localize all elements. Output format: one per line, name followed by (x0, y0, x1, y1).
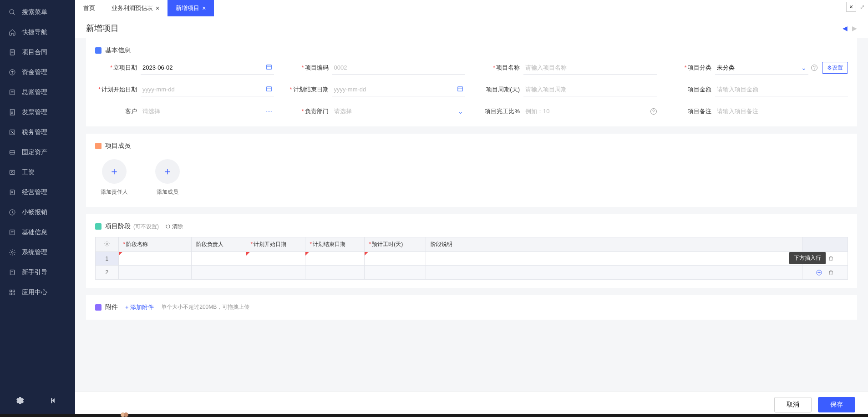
collapse-icon[interactable] (50, 397, 59, 406)
sidebar-search[interactable]: 搜索菜单 (0, 2, 75, 22)
table-row[interactable]: 1 (96, 252, 848, 266)
tooltip: 下方插入行 (789, 252, 826, 264)
sidebar-assets[interactable]: 固定资产 (0, 142, 75, 162)
sidebar-funds[interactable]: 资金管理 (0, 62, 75, 82)
insert-row-icon[interactable] (816, 269, 822, 276)
sidebar-ledger[interactable]: 总账管理 (0, 82, 75, 102)
sidebar-item-label: 基础信息 (22, 228, 47, 236)
ledger-icon (8, 88, 16, 96)
section-icon (95, 304, 102, 311)
sidebar-item-label: 税务管理 (22, 128, 47, 136)
window-close-icon[interactable]: × (846, 2, 856, 12)
remark-input[interactable] (715, 105, 848, 118)
phase-table: *阶段名称 阶段负责人 *计划开始日期 *计划结束日期 *预计工时(天) 阶段说… (96, 237, 848, 279)
operation-icon (8, 188, 16, 196)
sidebar-item-label: 小畅报销 (22, 208, 47, 216)
sidebar-item-label: 快捷导航 (22, 28, 47, 36)
table-row[interactable]: 2 (96, 266, 848, 279)
taskbar (0, 414, 868, 417)
svg-rect-26 (10, 293, 12, 295)
svg-point-38 (106, 243, 108, 245)
plan-start-input[interactable] (141, 86, 264, 93)
footer: 取消 保存 (75, 392, 868, 417)
add-member-button[interactable]: ＋ 添加成员 (155, 159, 180, 196)
contract-icon (8, 48, 16, 56)
cycle-input[interactable] (523, 83, 657, 96)
customer-select[interactable] (141, 108, 264, 115)
project-name-input[interactable] (523, 61, 657, 75)
project-category-select[interactable] (715, 64, 800, 71)
svg-rect-27 (13, 293, 15, 295)
chevron-down-icon[interactable]: ⌄ (799, 64, 808, 71)
help-icon[interactable]: ? (811, 65, 817, 71)
expand-icon[interactable]: ⤢ (860, 4, 864, 10)
next-icon[interactable]: ▶ (852, 25, 857, 32)
help-icon[interactable]: ? (650, 108, 657, 115)
calendar-icon[interactable] (455, 85, 465, 93)
sidebar: 搜索菜单 快捷导航 项目合同 资金管理 总账管理 发票管理 (0, 0, 75, 417)
section-title: 项目成员 (105, 142, 131, 150)
department-select[interactable] (332, 108, 457, 115)
tab-new-project[interactable]: 新增项目× (168, 0, 214, 16)
attachment-hint: 单个大小不超过200MB，可拖拽上传 (161, 303, 249, 311)
sidebar-appcenter[interactable]: 应用中心 (0, 282, 75, 302)
sidebar-salary[interactable]: 工资 (0, 162, 75, 182)
svg-rect-6 (10, 90, 15, 95)
sidebar-quicknav[interactable]: 快捷导航 (0, 22, 75, 42)
section-icon (95, 143, 102, 149)
chevron-down-icon[interactable]: ⌄ (456, 108, 465, 115)
delete-row-icon[interactable] (827, 269, 834, 276)
search-icon (8, 8, 16, 16)
sidebar-item-label: 应用中心 (22, 288, 47, 296)
section-title: 附件 (105, 303, 118, 311)
cancel-button[interactable]: 取消 (774, 397, 812, 412)
svg-rect-13 (10, 170, 15, 174)
delete-row-icon[interactable] (827, 255, 834, 262)
salary-icon (8, 168, 16, 176)
save-button[interactable]: 保存 (818, 397, 855, 412)
sidebar-item-label: 系统管理 (22, 248, 47, 256)
section-title: 项目阶段 (105, 222, 131, 231)
sidebar-item-label: 经营管理 (22, 188, 47, 196)
sidebar-invoice[interactable]: 发票管理 (0, 102, 75, 122)
close-icon[interactable]: × (202, 0, 206, 16)
category-settings-button[interactable]: ⚙ 设置 (822, 62, 848, 74)
sidebar-operation[interactable]: 经营管理 (0, 182, 75, 202)
plan-end-input[interactable] (332, 86, 456, 93)
invoice-icon (8, 108, 16, 116)
more-icon[interactable]: ⋯ (264, 108, 274, 115)
section-title: 基本信息 (105, 46, 131, 55)
add-owner-button[interactable]: ＋ 添加责任人 (101, 159, 128, 196)
sidebar-item-label: 资金管理 (22, 68, 47, 76)
svg-line-1 (13, 13, 15, 15)
sidebar-basicinfo[interactable]: 基础信息 (0, 222, 75, 242)
funds-icon (8, 68, 16, 76)
sidebar-expense[interactable]: 小畅报销 (0, 202, 75, 222)
establish-date-input[interactable] (141, 64, 264, 71)
sidebar-contract[interactable]: 项目合同 (0, 42, 75, 62)
plus-icon: ＋ (162, 165, 173, 178)
settings-icon[interactable] (16, 397, 25, 406)
sidebar-item-label: 固定资产 (22, 148, 47, 156)
calendar-icon[interactable] (264, 64, 274, 71)
sidebar-item-label: 搜索菜单 (22, 8, 47, 16)
svg-point-0 (10, 10, 14, 14)
sidebar-guide[interactable]: 新手引导 (0, 262, 75, 282)
table-settings-header[interactable] (96, 237, 118, 252)
sidebar-tax[interactable]: 税务管理 (0, 122, 75, 142)
svg-rect-23 (10, 270, 14, 275)
section-icon (95, 47, 102, 54)
tab-profit-estimate[interactable]: 业务利润预估表× (103, 0, 168, 16)
amount-input[interactable] (715, 83, 848, 96)
sidebar-system[interactable]: 系统管理 (0, 242, 75, 262)
calendar-icon[interactable] (264, 85, 274, 93)
prev-icon[interactable]: ◀ (843, 25, 848, 32)
project-code-input[interactable] (332, 61, 466, 75)
completion-input[interactable] (523, 108, 648, 115)
add-attachment-button[interactable]: + 添加附件 (125, 303, 154, 311)
svg-rect-30 (266, 65, 271, 69)
tab-home[interactable]: 首页 (75, 0, 103, 16)
clear-button[interactable]: 清除 (165, 223, 183, 231)
sidebar-item-label: 项目合同 (22, 48, 47, 56)
close-icon[interactable]: × (156, 0, 159, 16)
